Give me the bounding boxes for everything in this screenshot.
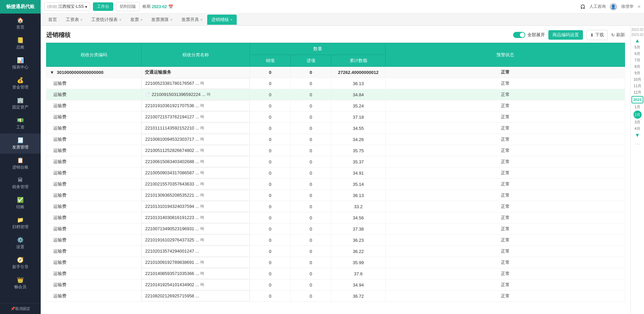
- row-cumulative: 37.38: [331, 223, 386, 235]
- month-1[interactable]: 1月: [634, 104, 641, 110]
- sidebar-item-archive[interactable]: 📁 归档管理: [0, 213, 41, 233]
- row-status: 正常: [386, 100, 625, 112]
- row-status: 正常: [386, 201, 625, 212]
- month-2-active[interactable]: 2月: [633, 111, 642, 119]
- tab-close-icon[interactable]: ×: [170, 18, 172, 22]
- chevron-down-button[interactable]: ▼: [631, 132, 644, 139]
- refresh-button[interactable]: ↻ 刷新: [611, 32, 625, 38]
- row-invoice-no: 22100523381780176567 ... 吨: [141, 78, 250, 89]
- row-invoice-no: 22101910361921707536 ... 吨: [141, 100, 250, 111]
- page-content: 进销稽核 全部展开 商品编码设置 ⬇ 下载 ↻ 刷新: [41, 26, 644, 314]
- unit: 吨: [200, 103, 204, 108]
- month-9[interactable]: 9月: [634, 70, 641, 76]
- tab-close-icon[interactable]: ×: [200, 18, 202, 22]
- sidebar-item-settlement[interactable]: ✅ 结账: [0, 193, 41, 213]
- month-11[interactable]: 11月: [633, 83, 642, 89]
- row-purchase: 0: [291, 257, 331, 268]
- data-table: 税收分类编码 税收分类名称 数量 预警状态 销项 进项 累计数额: [46, 43, 625, 302]
- sidebar: 畅捷通易代账 🏠 首页 📒 总账 📊 报表中心 💰 资金管理 🏢 固定资产 💵 …: [0, 0, 41, 314]
- workbench-button[interactable]: 工作台: [93, 2, 113, 11]
- support-text[interactable]: 人工咨询: [589, 4, 606, 9]
- table-row: 运输费 22101910361921707536 ... 吨 0 0 35.24…: [46, 100, 625, 112]
- month-6[interactable]: 6月: [634, 51, 641, 57]
- sidebar-item-tax[interactable]: 🏛 税务管理: [0, 174, 41, 193]
- row-purchase: 0: [291, 123, 331, 134]
- toggle-all-label: 全部展开: [527, 32, 545, 38]
- row-status: 正常: [386, 156, 625, 168]
- unit: 吨: [200, 81, 204, 86]
- tab-close-icon[interactable]: ×: [140, 18, 142, 22]
- row-cumulative: 35.37: [331, 156, 386, 168]
- tab-invoice[interactable]: 发票 ×: [126, 15, 147, 25]
- month-12[interactable]: 12月: [633, 89, 642, 96]
- sidebar-item-label: 新手引导: [12, 264, 28, 270]
- month-8[interactable]: 8月: [634, 63, 641, 70]
- sidebar-item-guide[interactable]: 🧭 新手引导: [0, 253, 41, 273]
- tab-close-icon[interactable]: ×: [230, 18, 232, 22]
- tab-home[interactable]: 首页: [44, 15, 61, 25]
- sidebar-item-invoice-mgmt[interactable]: 🧾 发票管理: [0, 134, 41, 154]
- unit: 吨: [200, 170, 204, 175]
- sidebar-item-fixed-assets[interactable]: 🏢 固定资产: [0, 94, 41, 114]
- toggle-switch[interactable]: [513, 32, 525, 38]
- col-cumulative: 累计数额: [331, 55, 386, 67]
- row-invoice-no: 22100615083403402688 ... 吨: [141, 156, 250, 167]
- sidebar-item-reports[interactable]: 📊 报表中心: [0, 54, 41, 74]
- close-button[interactable]: ×: [638, 4, 641, 10]
- sidebar-item-settings[interactable]: ⚙️ 设置: [0, 233, 41, 253]
- month-10[interactable]: 10月: [633, 76, 642, 83]
- row-status: 正常: [386, 291, 625, 302]
- tab-sales-check[interactable]: 进销稽核 ×: [207, 15, 236, 25]
- tab-invoice-calc-label: 发票测算: [151, 17, 169, 23]
- sidebar-item-capital[interactable]: 💰 资金管理: [0, 74, 41, 94]
- row-sales: 0: [250, 100, 291, 112]
- month-7[interactable]: 7月: [634, 57, 641, 63]
- tab-salary-table-label: 工资表: [66, 17, 79, 23]
- table-row: 运输费 22100713490523196931 ... 吨 0 0 37.38…: [46, 223, 625, 235]
- table-row: 运输费 22101916102976437325 ... 吨 0 0 36.23…: [46, 235, 625, 246]
- row-cumulative: 36.72: [331, 291, 386, 302]
- month-4[interactable]: 4月: [634, 125, 641, 132]
- row-item-name: 运输费: [46, 279, 141, 291]
- row-invoice-no: 22101419254101434902 ... 吨: [141, 279, 250, 290]
- row-invoice-no: 22101408593571035366 ... 吨: [141, 268, 250, 279]
- calendar-icon[interactable]: 📅: [168, 4, 173, 9]
- tab-close-icon[interactable]: ×: [119, 18, 121, 22]
- sidebar-item-ledger[interactable]: 📒 总账: [0, 34, 41, 54]
- row-status: 正常: [386, 212, 625, 223]
- tab-salary-table[interactable]: 工资表 ×: [62, 15, 86, 25]
- chevron-up-button[interactable]: ▲: [631, 37, 644, 44]
- sidebar-item-salary[interactable]: 💵 工资: [0, 114, 41, 134]
- settings-button[interactable]: 商品编码设置: [548, 30, 583, 40]
- sidebar-item-label: 工资: [16, 124, 24, 130]
- row-code: ▼ 3010000000000000000: [46, 67, 141, 78]
- row-invoice-no: 22100215570357643633 ... 吨: [141, 179, 250, 189]
- row-sales: 0: [250, 223, 291, 235]
- tab-salary-stats[interactable]: 工资统计报表 ×: [87, 15, 125, 25]
- pin-action[interactable]: 📌 取消固定: [0, 303, 41, 314]
- company-select[interactable]: (勿动) 江西报宝-LSS ▾: [44, 2, 90, 11]
- main-panel: 进销稽核 全部展开 商品编码设置 ⬇ 下载 ↻ 刷新: [41, 26, 630, 314]
- topbar-right: 🎧 人工咨询 👤 徐澄华 ×: [580, 3, 641, 11]
- unit: 吨: [200, 125, 204, 131]
- sidebar-item-label: 总账: [16, 44, 24, 50]
- tab-invoice-open[interactable]: 发票开具 ×: [177, 15, 207, 25]
- reports-icon: 📊: [17, 57, 24, 63]
- month-5[interactable]: 5月: [634, 44, 641, 51]
- row-cumulative: 27262.40000000012: [331, 67, 386, 78]
- tab-invoice-calc[interactable]: 发票测算 ×: [147, 15, 176, 25]
- settings-icon: ⚙️: [17, 237, 24, 243]
- pin-icon: 📌: [11, 307, 15, 311]
- scroll-icon: ⋯: [633, 139, 642, 149]
- row-cumulative: 34.55: [331, 123, 386, 134]
- sidebar-item-home[interactable]: 🏠 首页: [0, 14, 41, 34]
- tab-close-icon[interactable]: ×: [80, 18, 82, 22]
- download-button[interactable]: ⬇ 下载: [586, 30, 608, 40]
- switch-period-button[interactable]: 切到旧版: [116, 2, 140, 11]
- month-3[interactable]: 3月: [634, 119, 641, 125]
- sidebar-item-label: 首页: [16, 24, 24, 30]
- sidebar-item-sales-ledger[interactable]: 📋 进销台账: [0, 154, 41, 174]
- file-icon: 📄: [145, 92, 150, 97]
- sidebar-item-member[interactable]: 👑 畅会员: [0, 273, 41, 293]
- right-panel: 2023.02 2023.02 ▲ 5月 6月 7月 8月 9月 10月 11月…: [630, 26, 644, 314]
